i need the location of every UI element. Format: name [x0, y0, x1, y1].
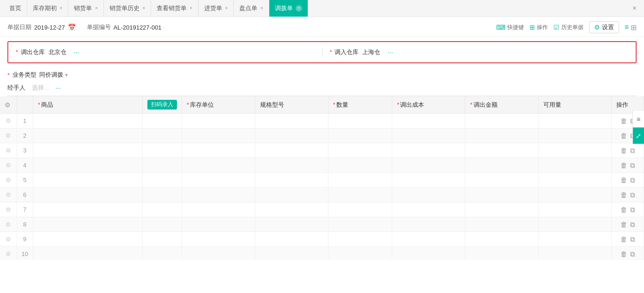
row-copy-icon[interactable]: ⧉ — [630, 191, 635, 199]
row-gear-icon[interactable]: ⚙ — [6, 206, 11, 213]
row-spec[interactable] — [255, 247, 328, 260]
row-cost[interactable] — [392, 173, 465, 188]
row-amount[interactable] — [465, 202, 538, 217]
row-gear-icon[interactable]: ⚙ — [6, 191, 11, 198]
table-scroll[interactable]: ⚙ 商品 扫码录入 库存单位 规格型号 数量 调出成本 调出金额 可用量 操作 — [0, 96, 644, 260]
tab-view-sales-close[interactable]: × — [189, 6, 192, 11]
row-spec[interactable] — [255, 217, 328, 232]
tab-inventory-init[interactable]: 库存期初 × — [27, 0, 68, 17]
row-copy-icon[interactable]: ⧉ — [630, 161, 635, 170]
row-gear-icon[interactable]: ⚙ — [6, 250, 11, 257]
row-delete-icon[interactable]: 🗑 — [620, 161, 627, 169]
row-gear-icon[interactable]: ⚙ — [6, 162, 11, 169]
shortcut-button[interactable]: ⌨ 快捷键 — [496, 24, 524, 31]
row-gear-icon[interactable]: ⚙ — [6, 117, 11, 124]
operation-button[interactable]: ⊞ 操作 — [529, 24, 548, 31]
row-unit[interactable] — [182, 158, 255, 173]
window-close-button[interactable]: × — [629, 4, 640, 12]
row-qty[interactable] — [328, 114, 392, 128]
row-gear-icon[interactable]: ⚙ — [6, 132, 11, 139]
row-cost[interactable] — [392, 128, 465, 143]
row-unit[interactable] — [182, 173, 255, 188]
tab-home[interactable]: 首页 — [4, 0, 27, 17]
row-amount[interactable] — [465, 128, 538, 143]
sidebar-expand-icon[interactable]: ⤢ — [633, 128, 644, 144]
row-copy-icon[interactable]: ⧉ — [630, 176, 635, 184]
row-qty[interactable] — [328, 128, 392, 143]
row-product[interactable] — [33, 114, 142, 128]
row-gear-icon[interactable]: ⚙ — [6, 221, 11, 228]
setting-button[interactable]: ⚙ 设置 — [589, 21, 619, 33]
row-product[interactable] — [33, 217, 142, 232]
row-amount[interactable] — [465, 143, 538, 158]
row-unit[interactable] — [182, 128, 255, 143]
row-delete-icon[interactable]: 🗑 — [620, 220, 627, 228]
tab-sales-order[interactable]: 销货单 × — [68, 0, 103, 17]
row-product[interactable] — [33, 188, 142, 202]
row-qty[interactable] — [328, 143, 392, 158]
row-delete-icon[interactable]: 🗑 — [620, 176, 627, 184]
tab-sales-history-close[interactable]: × — [142, 6, 145, 11]
row-spec[interactable] — [255, 188, 328, 202]
tab-sales-history[interactable]: 销货单历史 × — [104, 0, 151, 17]
row-product[interactable] — [33, 128, 142, 143]
row-copy-icon[interactable]: ⧉ — [630, 235, 635, 244]
row-amount[interactable] — [465, 217, 538, 232]
row-qty[interactable] — [328, 247, 392, 260]
row-spec[interactable] — [255, 232, 328, 247]
row-copy-icon[interactable]: ⧉ — [630, 250, 635, 258]
row-qty[interactable] — [328, 202, 392, 217]
row-spec[interactable] — [255, 128, 328, 143]
history-button[interactable]: ☑ 历史单据 — [553, 24, 583, 31]
row-cost[interactable] — [392, 143, 465, 158]
row-cost[interactable] — [392, 202, 465, 217]
row-product[interactable] — [33, 143, 142, 158]
handler-more-button[interactable]: ··· — [55, 84, 61, 92]
row-gear-icon[interactable]: ⚙ — [6, 236, 11, 243]
row-cost[interactable] — [392, 217, 465, 232]
row-amount[interactable] — [465, 114, 538, 128]
tab-stocktake-close[interactable]: × — [260, 6, 263, 11]
warehouse-out-more-button[interactable]: ··· — [74, 49, 79, 56]
row-cost[interactable] — [392, 114, 465, 128]
row-qty[interactable] — [328, 158, 392, 173]
row-copy-icon[interactable]: ⧉ — [630, 206, 635, 214]
row-unit[interactable] — [182, 202, 255, 217]
row-unit[interactable] — [182, 247, 255, 260]
row-amount[interactable] — [465, 158, 538, 173]
row-product[interactable] — [33, 158, 142, 173]
row-unit[interactable] — [182, 188, 255, 202]
row-amount[interactable] — [465, 173, 538, 188]
row-amount[interactable] — [465, 232, 538, 247]
row-gear-icon[interactable]: ⚙ — [6, 177, 11, 183]
handler-placeholder[interactable]: 选择... — [32, 84, 49, 92]
gear-icon[interactable]: ⚙ — [5, 101, 11, 109]
warehouse-in-more-button[interactable]: ··· — [388, 49, 393, 56]
row-cost[interactable] — [392, 232, 465, 247]
row-product[interactable] — [33, 232, 142, 247]
row-delete-icon[interactable]: 🗑 — [620, 146, 627, 154]
row-unit[interactable] — [182, 143, 255, 158]
row-amount[interactable] — [465, 247, 538, 260]
tab-transfer-close[interactable]: × — [296, 5, 302, 12]
row-spec[interactable] — [255, 114, 328, 128]
row-delete-icon[interactable]: 🗑 — [620, 191, 627, 199]
row-delete-icon[interactable]: 🗑 — [620, 250, 627, 258]
calendar-icon[interactable]: 📅 — [68, 24, 76, 31]
business-select[interactable]: 同价调拨 ▾ — [39, 71, 95, 79]
row-amount[interactable] — [465, 188, 538, 202]
list-view-icon[interactable]: ≡ — [625, 23, 629, 32]
row-delete-icon[interactable]: 🗑 — [620, 117, 627, 125]
row-qty[interactable] — [328, 188, 392, 202]
tab-stocktake[interactable]: 盘点单 × — [234, 0, 269, 17]
row-copy-icon[interactable]: ⧉ — [630, 146, 635, 155]
row-cost[interactable] — [392, 158, 465, 173]
tab-sales-order-close[interactable]: × — [95, 6, 97, 11]
row-copy-icon[interactable]: ⧉ — [630, 220, 635, 229]
tab-inventory-init-close[interactable]: × — [60, 6, 62, 11]
row-unit[interactable] — [182, 217, 255, 232]
tab-view-sales[interactable]: 查看销货单 × — [151, 0, 198, 17]
row-unit[interactable] — [182, 114, 255, 128]
row-spec[interactable] — [255, 202, 328, 217]
row-cost[interactable] — [392, 188, 465, 202]
